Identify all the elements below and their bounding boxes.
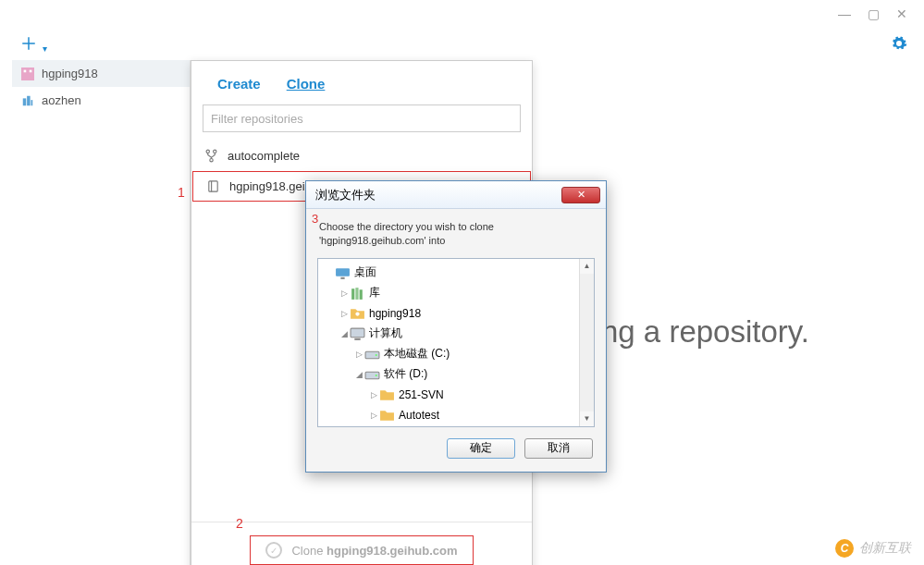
repo-row-autocomplete[interactable]: autocomplete bbox=[191, 141, 532, 170]
settings-button[interactable] bbox=[891, 35, 907, 55]
brand-text: 创新互联 bbox=[859, 540, 911, 557]
minimize-button[interactable]: — bbox=[838, 6, 851, 21]
annotation-2: 2 bbox=[236, 516, 243, 531]
scroll-up-button[interactable]: ▲ bbox=[580, 259, 594, 274]
computer-icon bbox=[350, 326, 365, 340]
add-menu[interactable]: ▾ bbox=[20, 35, 47, 55]
close-window-button[interactable]: ✕ bbox=[896, 6, 907, 21]
browse-folder-dialog: 浏览文件夹 ✕ 3 Choose the directory you wish … bbox=[305, 180, 607, 473]
window-controls: — ▢ ✕ bbox=[0, 0, 924, 28]
tree-node[interactable]: ▷251-SVN bbox=[318, 385, 594, 405]
background-hint-text: ng a repository. bbox=[601, 314, 809, 350]
svg-rect-4 bbox=[27, 95, 31, 105]
tree-node[interactable]: ▷hgping918 bbox=[318, 303, 594, 324]
user-icon bbox=[21, 68, 34, 80]
tab-create[interactable]: Create bbox=[217, 76, 261, 92]
tree-label: 本地磁盘 (C:) bbox=[384, 346, 450, 362]
tree-node[interactable]: ◢计算机 bbox=[318, 324, 594, 344]
plus-icon bbox=[20, 39, 41, 55]
tree-expander[interactable]: ◢ bbox=[353, 370, 364, 379]
svg-point-6 bbox=[206, 150, 209, 153]
svg-rect-5 bbox=[31, 100, 33, 105]
folder-tree: 桌面▷库▷hgping918◢计算机▷本地磁盘 (C:)◢软件 (D:)▷251… bbox=[317, 258, 595, 427]
repo-label: autocomplete bbox=[228, 149, 300, 163]
check-icon: ✓ bbox=[265, 542, 282, 559]
tree-label: 软件 (D:) bbox=[384, 366, 427, 382]
drive-icon bbox=[364, 347, 380, 361]
svg-rect-12 bbox=[351, 289, 354, 300]
folder-icon bbox=[379, 387, 395, 401]
panel-tabs: Create Clone bbox=[191, 61, 532, 104]
svg-rect-14 bbox=[360, 290, 363, 301]
dialog-titlebar: 浏览文件夹 ✕ bbox=[306, 181, 606, 209]
tree-node[interactable]: ◢软件 (D:) bbox=[318, 364, 594, 385]
dialog-title: 浏览文件夹 bbox=[315, 187, 376, 203]
tree-scrollbar[interactable]: ▲ ▼ bbox=[579, 259, 594, 426]
tree-label: 桌面 bbox=[354, 264, 376, 280]
fork-icon bbox=[204, 149, 218, 163]
svg-rect-17 bbox=[354, 338, 360, 340]
dialog-buttons: 确定 取消 bbox=[306, 438, 606, 472]
sidebar-label: aozhen bbox=[42, 93, 81, 107]
dialog-instruction: 3 Choose the directory you wish to clone… bbox=[306, 209, 606, 258]
drive-icon bbox=[364, 367, 380, 381]
sidebar-item-aozhen[interactable]: aozhen bbox=[12, 87, 190, 114]
maximize-button[interactable]: ▢ bbox=[868, 6, 880, 21]
svg-point-7 bbox=[214, 150, 216, 153]
tree-expander[interactable]: ◢ bbox=[339, 329, 350, 338]
svg-rect-11 bbox=[340, 277, 344, 279]
clone-button[interactable]: ✓ Clone hgping918.geihub.com bbox=[250, 535, 473, 565]
svg-rect-3 bbox=[23, 98, 27, 105]
cancel-button[interactable]: 取消 bbox=[524, 438, 593, 459]
tree-expander[interactable]: ▷ bbox=[368, 390, 379, 399]
svg-point-21 bbox=[376, 375, 377, 376]
sidebar-label: hgping918 bbox=[42, 67, 98, 80]
repo-icon bbox=[206, 179, 220, 193]
desktop-icon bbox=[335, 265, 351, 279]
tree-expander[interactable]: ▷ bbox=[353, 350, 364, 359]
ok-button[interactable]: 确定 bbox=[447, 438, 515, 459]
annotation-1: 1 bbox=[178, 185, 185, 200]
svg-point-8 bbox=[210, 159, 213, 162]
tree-node[interactable]: ▷本地磁盘 (C:) bbox=[318, 344, 594, 364]
dropdown-caret-icon: ▾ bbox=[43, 43, 47, 54]
user-icon bbox=[350, 306, 365, 320]
tab-clone[interactable]: Clone bbox=[287, 76, 326, 92]
svg-point-19 bbox=[376, 354, 377, 356]
watermark: C 创新互联 bbox=[835, 539, 911, 558]
brand-icon: C bbox=[835, 539, 854, 558]
svg-rect-10 bbox=[336, 268, 350, 276]
lib-icon bbox=[350, 286, 365, 300]
tree-node[interactable]: ▷Autotest bbox=[318, 405, 594, 425]
svg-rect-9 bbox=[209, 181, 217, 191]
tree-label: 251-SVN bbox=[399, 388, 444, 401]
svg-rect-16 bbox=[351, 328, 364, 338]
tree-label: 库 bbox=[369, 285, 380, 301]
svg-rect-2 bbox=[30, 69, 32, 72]
svg-rect-1 bbox=[24, 69, 27, 72]
scroll-down-button[interactable]: ▼ bbox=[580, 411, 594, 426]
org-icon bbox=[21, 94, 34, 107]
sidebar: hgping918 aozhen bbox=[12, 60, 191, 565]
gear-icon bbox=[891, 39, 907, 55]
svg-point-15 bbox=[355, 313, 359, 316]
sidebar-item-hgping918[interactable]: hgping918 bbox=[12, 60, 190, 87]
close-icon: ✕ bbox=[577, 189, 585, 201]
svg-rect-13 bbox=[355, 288, 358, 300]
tree-label: 计算机 bbox=[369, 325, 402, 341]
tree-label: Autotest bbox=[399, 409, 439, 422]
annotation-3: 3 bbox=[312, 211, 318, 227]
tree-expander[interactable]: ▷ bbox=[339, 289, 350, 298]
tree-node[interactable]: 桌面 bbox=[318, 263, 594, 283]
tree-node[interactable]: ▷库 bbox=[318, 283, 594, 303]
tree-expander[interactable]: ▷ bbox=[339, 309, 350, 318]
tree-label: hgping918 bbox=[369, 307, 421, 320]
tree-expander[interactable]: ▷ bbox=[368, 411, 379, 420]
svg-rect-0 bbox=[21, 68, 34, 80]
dialog-close-button[interactable]: ✕ bbox=[561, 187, 600, 203]
folder-icon bbox=[379, 408, 395, 422]
filter-repositories-input[interactable] bbox=[203, 104, 521, 132]
clone-text: Clone hgping918.geihub.com bbox=[291, 544, 457, 558]
